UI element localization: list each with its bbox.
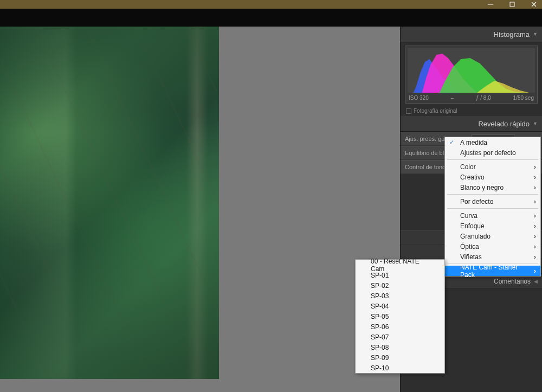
quick-develop-title: Revelado rápido xyxy=(478,120,530,128)
photo-preview[interactable] xyxy=(0,27,219,379)
maximize-button[interactable] xyxy=(506,1,518,8)
original-photo-label: Fotografía original xyxy=(414,108,457,114)
submenu-item-sp05[interactable]: SP-05 xyxy=(356,311,444,322)
svg-rect-1 xyxy=(510,2,514,7)
menu-item-color[interactable]: Color xyxy=(445,162,540,172)
histogram-header[interactable]: Histograma ▼ xyxy=(401,27,542,42)
menu-item-default[interactable]: Por defecto xyxy=(445,196,540,207)
submenu-item-sp01[interactable]: SP-01 xyxy=(356,270,444,280)
collapse-icon: ▼ xyxy=(533,121,538,126)
focal-value: – xyxy=(451,95,454,101)
preset-menu: A medida Ajustes por defecto Color Creat… xyxy=(444,137,541,277)
iso-value: ISO 320 xyxy=(409,95,429,101)
menu-item-nate-cam[interactable]: NATE Cam - Starter Pack xyxy=(445,266,540,276)
menu-separator xyxy=(447,194,538,195)
window-titlebar xyxy=(0,0,542,9)
shutter-value: 1/80 seg xyxy=(513,95,534,101)
comments-title: Comentarios xyxy=(494,278,531,285)
close-button[interactable] xyxy=(528,1,540,8)
minimize-button[interactable] xyxy=(485,1,496,8)
menu-item-focus[interactable]: Enfoque xyxy=(445,221,540,231)
menu-item-optics[interactable]: Óptica xyxy=(445,241,540,252)
submenu-item-sp06[interactable]: SP-06 xyxy=(356,322,444,332)
collapse-icon: ▼ xyxy=(533,31,538,37)
menu-item-vignettes[interactable]: Viñetas xyxy=(445,252,540,262)
wb-label: Equilibrio de bla xyxy=(405,150,447,156)
menu-item-creative[interactable]: Creativo xyxy=(445,172,540,182)
submenu-item-sp03[interactable]: SP-03 xyxy=(356,291,444,301)
histogram-box: ISO 320 – ƒ / 8,0 1/80 seg xyxy=(405,46,538,104)
expand-icon: ◀ xyxy=(534,279,538,284)
original-photo-row[interactable]: Fotografía original xyxy=(401,106,542,116)
canvas-area xyxy=(0,27,400,392)
quick-develop-header[interactable]: Revelado rápido ▼ xyxy=(401,116,542,132)
menu-item-curve[interactable]: Curva xyxy=(445,210,540,221)
submenu-item-sp02[interactable]: SP-02 xyxy=(356,280,444,291)
preset-submenu: 00 - Reset NATE Cam SP-01 SP-02 SP-03 SP… xyxy=(355,259,445,374)
aperture-value: ƒ / 8,0 xyxy=(476,95,491,101)
submenu-item-sp07[interactable]: SP-07 xyxy=(356,332,444,342)
menu-item-custom[interactable]: A medida xyxy=(445,137,540,147)
histogram-graph[interactable] xyxy=(408,48,535,93)
menu-item-bw[interactable]: Blanco y negro xyxy=(445,182,540,192)
app-topbar xyxy=(0,9,542,27)
submenu-item-reset[interactable]: 00 - Reset NATE Cam xyxy=(356,260,444,270)
submenu-item-sp04[interactable]: SP-04 xyxy=(356,301,444,311)
menu-separator xyxy=(447,159,538,160)
histogram-title: Histograma xyxy=(494,30,530,38)
checkbox-icon[interactable] xyxy=(406,108,411,114)
menu-item-default-settings[interactable]: Ajustes por defecto xyxy=(445,147,540,158)
menu-item-grain[interactable]: Granulado xyxy=(445,231,540,241)
tone-label: Control de tono xyxy=(405,164,446,170)
submenu-item-sp08[interactable]: SP-08 xyxy=(356,342,444,352)
menu-separator xyxy=(447,208,538,209)
submenu-item-sp10[interactable]: SP-10 xyxy=(356,363,444,373)
histogram-meta: ISO 320 – ƒ / 8,0 1/80 seg xyxy=(408,93,535,101)
submenu-item-sp09[interactable]: SP-09 xyxy=(356,352,444,363)
